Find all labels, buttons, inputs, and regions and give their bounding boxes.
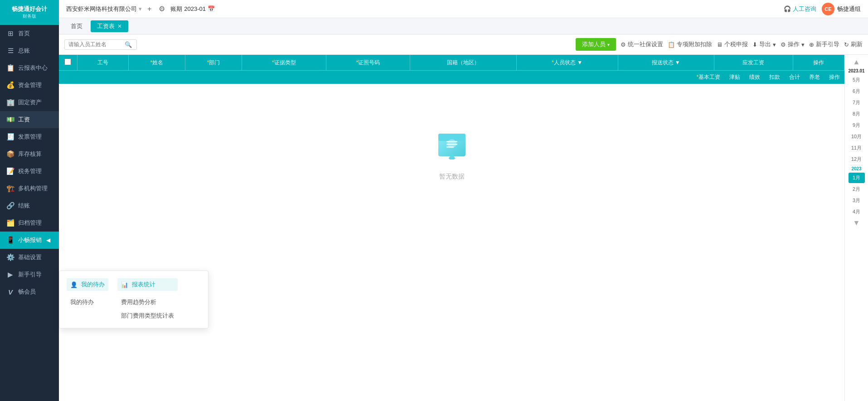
sidebar-item-close-account[interactable]: 🔗 结账 — [0, 197, 59, 214]
dropdown-icon: ▾ — [139, 5, 142, 12]
sidebar-item-inventory[interactable]: 📦 库存核算 — [0, 145, 59, 163]
avatar: CE — [822, 3, 834, 15]
sidebar-item-assets[interactable]: 🏢 固定资产 — [0, 94, 59, 111]
sidebar-item-funds[interactable]: 💰 资金管理 — [0, 77, 59, 94]
user-info[interactable]: CE 畅捷通组 — [822, 3, 861, 15]
timeline-month-5[interactable]: 5月 — [845, 74, 868, 86]
tax-label: 个税申报 — [724, 40, 748, 48]
timeline-month-10[interactable]: 10月 — [845, 131, 868, 142]
search-input[interactable] — [68, 41, 123, 48]
export-label: 导出 — [759, 40, 771, 48]
sidebar-item-expense[interactable]: 📱 小畅报销 ◀ — [0, 232, 59, 249]
archive-icon: 🗂️ — [6, 219, 15, 227]
operation-btn[interactable]: ⚙ 操作 ▾ — [781, 40, 805, 48]
report-icon: 📋 — [6, 64, 15, 72]
support-link[interactable]: 🎧 人工咨询 — [784, 5, 816, 13]
timeline-month-8[interactable]: 8月 — [845, 108, 868, 120]
calendar-icon[interactable]: 📅 — [208, 5, 215, 12]
main-area: 西安虾米网络科技有限公司 ▾ + ⚙ 账期 2023-01 📅 🎧 人工咨询 C… — [59, 0, 868, 401]
multi-org-icon: 🏗️ — [6, 184, 15, 193]
popup-columns: 👤 我的待办 我的待办 📊 报表统计 费用趋势分析 部门费用类型统计表 — [67, 278, 201, 321]
new-guide-btn[interactable]: ⊕ 新手引导 — [809, 40, 839, 48]
new-guide-label: 新手引导 — [816, 40, 839, 48]
tabbar: 首页 工资表 ✕ — [59, 18, 868, 34]
sidebar-item-ledger[interactable]: ☰ 总账 — [0, 42, 59, 59]
popup-item-my-pending[interactable]: 我的待办 — [67, 297, 108, 307]
select-all-checkbox[interactable] — [64, 58, 71, 65]
period-display: 账期 2023-01 📅 — [170, 5, 215, 13]
social-icon: ⚙ — [621, 41, 626, 48]
deduction-label: 专项附加扣除 — [677, 40, 712, 48]
sidebar-item-guide[interactable]: ▶ 新手引导 — [0, 266, 59, 283]
social-label: 统一社保设置 — [628, 40, 663, 48]
tab-salary[interactable]: 工资表 ✕ — [91, 20, 128, 32]
deduction-icon: 📋 — [668, 41, 675, 48]
th-id-type: *证据类型 — [242, 55, 326, 70]
timeline-month-12[interactable]: 12月 — [845, 154, 868, 165]
sub-th-deduction: 扣款 — [765, 71, 785, 84]
svg-rect-7 — [449, 158, 455, 159]
settings-button[interactable]: ⚙ — [157, 4, 167, 14]
sub-th-total: 合计 — [785, 71, 805, 84]
search-icon[interactable]: 🔍 — [125, 41, 132, 48]
refresh-btn[interactable]: ↻ 刷新 — [844, 40, 863, 48]
th-id-number: *证照号码 — [326, 55, 410, 70]
app-logo: 畅捷通好会计 财务版 — [0, 0, 59, 25]
refresh-icon: ↻ — [844, 41, 849, 48]
timeline-month-1[interactable]: 1月 — [849, 173, 865, 183]
th-wage-group: 应发工资 — [714, 55, 793, 70]
add-person-button[interactable]: 添加人员 ▾ — [576, 38, 616, 51]
sidebar-item-label: 畅会员 — [18, 288, 36, 296]
th-operation: 操作 — [793, 55, 844, 70]
table-header-row: 工号 *姓名 *部门 *证据类型 *证照号码 国籍（地区） *人员状态 ▼ 报送… — [59, 55, 844, 70]
popup-col-2: 📊 报表统计 费用趋势分析 部门费用类型统计表 — [117, 278, 178, 321]
personal-tax-btn[interactable]: 🖥 个税申报 — [717, 40, 748, 48]
funds-icon: 💰 — [6, 81, 15, 89]
dept-cost-label: 部门费用类型统计表 — [121, 312, 174, 319]
timeline-down-btn[interactable]: ▼ — [852, 217, 862, 228]
timeline-month-9[interactable]: 9月 — [845, 120, 868, 131]
sidebar: 畅捷通好会计 财务版 ⊞ 首页 ☰ 总账 📋 云报表中心 💰 资金管理 🏢 固定… — [0, 0, 59, 401]
export-btn[interactable]: ⬇ 导出 ▾ — [752, 40, 776, 48]
special-deduction-btn[interactable]: 📋 专项附加扣除 — [668, 40, 712, 48]
salary-table: 工号 *姓名 *部门 *证据类型 *证照号码 国籍（地区） *人员状态 ▼ 报送… — [59, 55, 844, 70]
empty-text: 暂无数据 — [439, 173, 465, 181]
timeline-month-4[interactable]: 4月 — [845, 206, 868, 217]
sidebar-item-salary[interactable]: 💵 工资 — [0, 111, 59, 128]
timeline-month-7[interactable]: 7月 — [845, 97, 868, 108]
app-name: 畅捷通好会计 — [12, 5, 47, 13]
sidebar-item-invoice[interactable]: 🧾 发票管理 — [0, 128, 59, 145]
expense-icon: 📱 — [6, 236, 15, 244]
timeline-month-6[interactable]: 6月 — [845, 86, 868, 97]
timeline-month-3[interactable]: 3月 — [845, 195, 868, 206]
company-name: 西安虾米网络科技有限公司 — [66, 5, 137, 13]
table-container: 工号 *姓名 *部门 *证据类型 *证照号码 国籍（地区） *人员状态 ▼ 报送… — [59, 55, 868, 401]
add-company-button[interactable]: + — [145, 4, 153, 14]
sub-th-pension: 养老 — [805, 71, 824, 84]
empty-state: 暂无数据 — [59, 84, 844, 217]
sidebar-item-home[interactable]: ⊞ 首页 — [0, 25, 59, 42]
sidebar-item-archive[interactable]: 🗂️ 归档管理 — [0, 214, 59, 232]
timeline-month-11[interactable]: 11月 — [845, 142, 868, 154]
topbar: 西安虾米网络科技有限公司 ▾ + ⚙ 账期 2023-01 📅 🎧 人工咨询 C… — [59, 0, 868, 18]
sidebar-item-multi-org[interactable]: 🏗️ 多机构管理 — [0, 180, 59, 197]
sidebar-item-membership[interactable]: V 畅会员 — [0, 283, 59, 300]
popup-item-dept-cost[interactable]: 部门费用类型统计表 — [117, 311, 178, 321]
sidebar-item-settings[interactable]: ⚙️ 基础设置 — [0, 249, 59, 266]
tab-home[interactable]: 首页 — [64, 20, 89, 32]
settings-icon: ⚙️ — [6, 253, 15, 261]
sidebar-item-tax[interactable]: 📝 税务管理 — [0, 163, 59, 180]
timeline-month-2[interactable]: 2月 — [845, 184, 868, 195]
sidebar-item-report[interactable]: 📋 云报表中心 — [0, 59, 59, 77]
timeline-up-btn[interactable]: ▲ — [852, 57, 862, 68]
social-insurance-btn[interactable]: ⚙ 统一社保设置 — [621, 40, 663, 48]
company-selector[interactable]: 西安虾米网络科技有限公司 ▾ — [66, 5, 142, 13]
popup-section2-label: 报表统计 — [132, 280, 155, 289]
sidebar-item-label: 小畅报销 — [18, 236, 42, 244]
th-report-status: 报送状态 ▼ — [618, 55, 714, 70]
stats-icon: 📊 — [121, 281, 128, 288]
topbar-right: 🎧 人工咨询 CE 畅捷通组 — [784, 3, 861, 15]
svg-rect-4 — [446, 144, 457, 145]
popup-item-cost-trend[interactable]: 费用趋势分析 — [117, 297, 178, 307]
tab-close-icon[interactable]: ✕ — [117, 23, 122, 29]
